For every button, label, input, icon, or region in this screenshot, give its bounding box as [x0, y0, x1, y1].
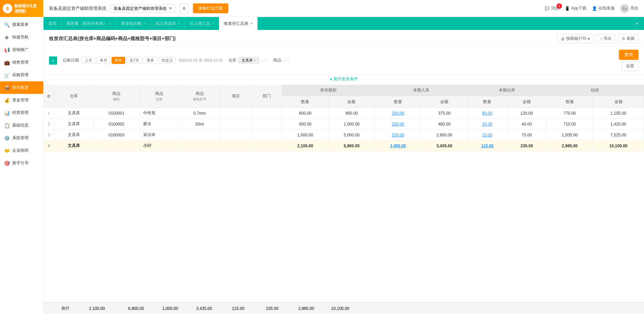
expand-conditions-button[interactable]: ▾ 展开更多条件: [330, 76, 358, 82]
sidebar-item-0[interactable]: 🔍搜索菜单: [0, 18, 43, 31]
print-button[interactable]: 🖨 按模板打印 ▾: [557, 34, 594, 43]
system-select[interactable]: 装备及固定资产辅助管理系统: [111, 4, 175, 13]
online-service-item[interactable]: 👤 在线客服: [592, 5, 615, 11]
date-filter-section: 记账日期 上月 本月 本年 近7天 更多 自定义 2023-01-01 至 20…: [63, 57, 223, 64]
th-name: 商品名称: [139, 85, 179, 108]
cell-in-qty-1[interactable]: 230.00: [375, 119, 421, 130]
sidebar-item-6[interactable]: 💰资金管理: [0, 94, 43, 106]
expand-icon: ▾: [330, 77, 332, 82]
user-item[interactable]: Ea 用友: [620, 4, 639, 13]
trial-button[interactable]: 体验行业方案: [193, 3, 228, 13]
date-btn-custom[interactable]: 自定义: [159, 57, 176, 64]
tab-stock-dist-close[interactable]: ×: [109, 22, 111, 26]
gear-button[interactable]: ⚙: [179, 4, 189, 13]
cell-in-qty-0[interactable]: 250.00: [375, 108, 421, 119]
cell-opening-qty-3: 2,100.00: [282, 141, 328, 151]
cell-project-3: [220, 141, 251, 151]
total-label: 合计: [49, 305, 69, 311]
refresh-icon: ↻: [622, 36, 625, 41]
cell-out-qty-2[interactable]: 15.00: [467, 130, 507, 141]
sidebar-item-7[interactable]: 📊经营管理: [0, 106, 43, 119]
date-btn-this-year[interactable]: 本年: [112, 57, 125, 64]
th-in-group: 本期入库: [375, 85, 468, 96]
sidebar-item-11[interactable]: 🎯新手引导: [0, 157, 43, 169]
warehouse-tag-value: 文具库: [242, 58, 253, 63]
cell-out-qty-3[interactable]: 115.00: [467, 141, 507, 151]
sidebar-icon-2: 📢: [4, 47, 10, 53]
cell-out-amt-0: 120.00: [507, 108, 546, 119]
tab-batch[interactable]: 库存批次账 ×: [116, 17, 151, 30]
chevron-down-icon: ▾: [588, 36, 590, 41]
tabs-close-all[interactable]: ×: [633, 21, 641, 26]
th-balance-group: 结存: [546, 85, 644, 96]
cell-code-0: 0100001: [93, 108, 139, 119]
sidebar-item-2[interactable]: 📢营销推广: [0, 44, 43, 56]
cell-out-qty-0[interactable]: 80.00: [467, 108, 507, 119]
sidebar-item-1[interactable]: ⊕快捷导航: [0, 31, 43, 44]
sidebar-label-2: 营销推广: [12, 47, 29, 53]
tab-summary-close[interactable]: ×: [212, 22, 214, 26]
table-row: 2 文具库 0100002 胶水 20ml 500.00 1,000.00 23…: [44, 119, 644, 130]
th-settings[interactable]: ⚙: [44, 85, 54, 108]
date-btn-more[interactable]: 更多: [144, 57, 157, 64]
table-body: 1 文具库 0100001 中性笔 0.7mm 600.00 900.00 25…: [44, 108, 644, 151]
export-label: 导出: [604, 36, 612, 42]
warehouse-tag[interactable]: 文具库 ×: [238, 57, 259, 64]
th-out-qty: 数量: [467, 96, 507, 108]
tab-stock-dist[interactable]: 现存量（库存分布表） ×: [62, 17, 116, 30]
date-btn-this-month[interactable]: 本月: [97, 57, 110, 64]
th-balance-amt: 金额: [593, 96, 644, 108]
messages-item[interactable]: 💬 消息 6: [545, 5, 559, 11]
refresh-button[interactable]: ↻ 刷新: [618, 34, 639, 43]
phone-icon: 📱: [565, 6, 570, 11]
th-project: 项目: [220, 85, 251, 108]
cell-out-amt-2: 75.00: [507, 130, 546, 141]
tab-flow[interactable]: 出入库流水 ×: [151, 17, 185, 30]
sidebar-icon-7: 📊: [4, 110, 10, 116]
cell-num-3: 4: [44, 141, 54, 151]
tab-receipt-summary[interactable]: 收发存汇总表 ×: [219, 17, 258, 30]
cell-out-qty-1[interactable]: 20.00: [467, 119, 507, 130]
goods-more-dots[interactable]: ···: [283, 57, 290, 64]
sidebar-item-9[interactable]: ⚙️系统管理: [0, 132, 43, 144]
cell-name-1: 胶水: [139, 119, 179, 130]
cell-opening-qty-0: 600.00: [282, 108, 328, 119]
cell-in-qty-2[interactable]: 520.00: [375, 130, 421, 141]
tab-receipt-summary-close[interactable]: ×: [250, 22, 252, 26]
cell-code-2: 0100003: [93, 130, 139, 141]
sidebar-label-10: 企业协同: [12, 148, 29, 153]
sidebar-icon-8: 📋: [4, 123, 10, 128]
tab-summary[interactable]: 出入库汇总 ×: [185, 17, 219, 30]
sidebar-item-5[interactable]: 📦库存核算: [0, 81, 43, 94]
cell-in-qty-3[interactable]: 1,000.00: [375, 141, 421, 151]
warehouse-tag-close[interactable]: ×: [254, 59, 256, 62]
tab-home[interactable]: 首页: [44, 17, 62, 30]
sidebar-item-10[interactable]: 🤝企业协同: [0, 144, 43, 157]
table-container: ⚙ 仓库 商品编码 商品名称 商品规格型号 项目 部门 库存期初 本期入库 本期…: [44, 85, 644, 302]
sidebar-label-8: 基础信息: [12, 122, 29, 128]
sidebar-icon-1: ⊕: [4, 35, 10, 40]
cell-warehouse-0: 文具库: [54, 108, 94, 119]
set-button[interactable]: 设置: [622, 61, 639, 71]
query-button[interactable]: 查询: [619, 50, 639, 60]
date-btn-last-month[interactable]: 上月: [82, 57, 95, 64]
sidebar: 6 畅捷通好生意 标准版 🔍搜索菜单⊕快捷导航📢营销推广💼销售管理🛒采购管理📦库…: [0, 0, 44, 314]
filter-collapse-button[interactable]: «: [49, 56, 57, 65]
cell-in-amt-0: 375.00: [421, 108, 467, 119]
export-button[interactable]: ↑ 导出: [596, 34, 615, 43]
cell-balance-qty-0: 770.00: [546, 108, 593, 119]
page-actions: 🖨 按模板打印 ▾ ↑ 导出 ↻ 刷新: [557, 34, 639, 43]
message-icon: 💬: [545, 6, 550, 11]
sidebar-item-4[interactable]: 🛒采购管理: [0, 69, 43, 81]
cell-balance-qty-3: 2,985.00: [546, 141, 593, 151]
sidebar-item-3[interactable]: 💼销售管理: [0, 56, 43, 69]
tab-flow-close[interactable]: ×: [178, 22, 180, 26]
total-opening-qty: 2,100.00: [75, 306, 119, 311]
tab-batch-close[interactable]: ×: [144, 22, 146, 26]
app-download-item[interactable]: 📱 App下载: [565, 5, 587, 11]
warehouse-more-dots[interactable]: ···: [261, 57, 268, 64]
total-out-qty: 115.00: [221, 306, 255, 311]
tab-home-label: 首页: [48, 21, 56, 27]
sidebar-item-8[interactable]: 📋基础信息: [0, 119, 43, 132]
date-btn-7days[interactable]: 近7天: [127, 57, 142, 64]
